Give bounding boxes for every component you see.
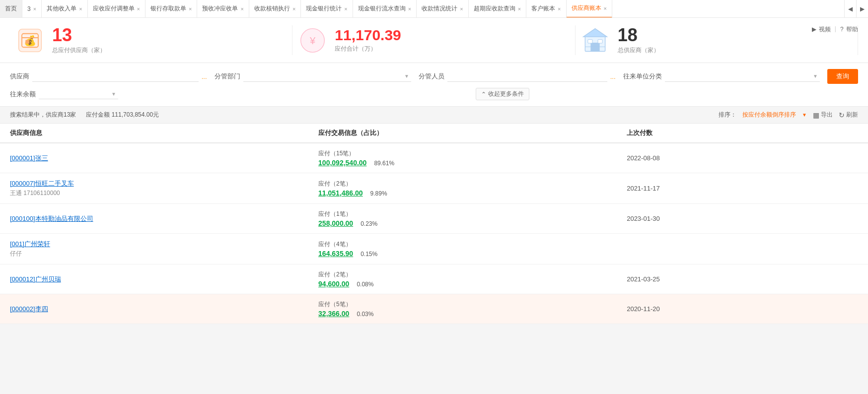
table-body: [000001]张三 应付（15笔） 100,092,540.00 89.61%…	[0, 143, 868, 324]
transaction-amount-1[interactable]: 11,051,486.00	[318, 189, 363, 197]
supplier-cell-1: [000007]恒旺二手叉车 王通 17106110000	[10, 179, 318, 197]
transaction-amount-3[interactable]: 164,635.90	[318, 250, 353, 258]
supplier-link-1[interactable]: [000007]恒旺二手叉车	[10, 180, 74, 187]
refresh-button[interactable]: ↻ 刷新	[839, 111, 858, 119]
transaction-amount-4[interactable]: 94,600.00	[318, 280, 349, 288]
nav-tab-prepay[interactable]: 预收冲应收单 ×	[197, 0, 249, 18]
amount-icon: ¥	[297, 25, 327, 55]
close-icon[interactable]: ×	[189, 6, 192, 12]
col-header-lastpay: 上次付数	[627, 129, 858, 137]
svg-rect-10	[588, 39, 592, 43]
supplier-link-2[interactable]: [000100]本特勤油品有限公司	[10, 215, 93, 222]
nav-tab-supplier-acct[interactable]: 供应商账本 ×	[567, 0, 612, 18]
transaction-pct-0: 89.61%	[374, 160, 394, 167]
nav-tab-ap-adjust[interactable]: 应收应付调整单 ×	[88, 0, 145, 18]
supplier-link-4[interactable]: [000012]广州贝瑞	[10, 275, 61, 283]
filter-category: 往来单位分类 ▼	[623, 71, 820, 82]
table-row: [000001]张三 应付（15笔） 100,092,540.00 89.61%…	[0, 143, 868, 173]
table-header: 供应商信息 应付交易信息（占比） 上次付数	[0, 124, 868, 143]
category-chevron-icon: ▼	[813, 73, 818, 79]
close-icon[interactable]: ×	[344, 6, 347, 12]
supplier-sub-1: 王通 17106110000	[10, 189, 318, 197]
total-suppliers-label: 总供应商（家）	[618, 46, 659, 55]
transaction-amount-5[interactable]: 32,366.00	[318, 310, 349, 318]
transaction-amount-0[interactable]: 100,092,540.00	[318, 159, 366, 167]
transaction-pct-3: 0.15%	[361, 251, 377, 258]
chevron-up-icon: ⌃	[481, 91, 486, 98]
total-ap-suppliers-label: 总应付供应商（家）	[52, 46, 106, 55]
supplier-input[interactable]	[32, 71, 199, 82]
sort-value-button[interactable]: 按应付余额倒序排序	[742, 111, 796, 119]
export-icon: ▦	[813, 111, 819, 119]
dept-select[interactable]	[243, 71, 412, 81]
last-pay-date-5: 2020-11-20	[627, 305, 660, 313]
supplier-cell-4: [000012]广州贝瑞	[10, 275, 318, 284]
transaction-row-4: 94,600.00 0.08%	[318, 280, 627, 288]
dept-filter-label: 分管部门	[215, 72, 240, 81]
transaction-amount-2[interactable]: 258,000.00	[318, 219, 353, 227]
balance-select[interactable]: 正余额 负余额	[39, 89, 118, 99]
search-button[interactable]: 查询	[827, 69, 858, 84]
table-row: [000100]本特勤油品有限公司 应付（1笔） 258,000.00 0.23…	[0, 204, 868, 234]
transaction-pct-1: 9.89%	[370, 190, 387, 197]
nav-tab-customer-acct[interactable]: 客户账本 ×	[526, 0, 566, 18]
help-link[interactable]: ? 帮助	[840, 25, 858, 34]
close-icon[interactable]: ×	[460, 6, 463, 12]
close-icon[interactable]: ×	[137, 6, 140, 12]
transaction-row-2: 258,000.00 0.23%	[318, 219, 627, 227]
lastpay-cell-2: 2023-01-30	[627, 215, 858, 222]
close-icon[interactable]: ×	[518, 6, 521, 12]
video-link[interactable]: ▶ 视频	[812, 25, 831, 34]
last-pay-date-2: 2023-01-30	[627, 215, 660, 222]
nav-tab-cash-bank-stat[interactable]: 现金银行统计 ×	[301, 0, 353, 18]
table-row: [000002]李四 应付（5笔） 32,366.00 0.03% 2020-1…	[0, 294, 868, 324]
supplier-link-0[interactable]: [000001]张三	[10, 154, 48, 162]
balance-filter-label: 往来余额	[10, 90, 36, 99]
balance-select-wrapper: 正余额 负余额 ▼	[39, 89, 118, 99]
supplier-ellipsis-button[interactable]: ...	[202, 73, 207, 80]
summary-card-amount: ¥ 11,170.39 应付合计（万）	[292, 25, 575, 55]
last-pay-date-0: 2022-08-08	[627, 154, 660, 162]
category-select-wrapper: ▼	[665, 71, 820, 82]
nav-tab-receivable-exec[interactable]: 收款核销执行 ×	[249, 0, 301, 18]
svg-marker-8	[583, 28, 607, 36]
transaction-cell-1: 应付（2笔） 11,051,486.00 9.89%	[318, 180, 627, 197]
nav-tab-overdue-query[interactable]: 超期应收款查询 ×	[469, 0, 526, 18]
nav-tab-3[interactable]: 3 ×	[22, 0, 42, 18]
nav-tab-bank-deposit[interactable]: 银行存取款单 ×	[145, 0, 197, 18]
nav-next-button[interactable]: ▶	[856, 0, 868, 18]
transaction-label-3: 应付（4笔）	[318, 240, 627, 249]
supplier-link-5[interactable]: [000002]李四	[10, 305, 48, 313]
close-icon[interactable]: ×	[408, 6, 411, 12]
category-select[interactable]	[665, 71, 820, 81]
total-suppliers-number: 18	[618, 26, 659, 44]
filter-row-2: 往来余额 正余额 负余额 ▼ ⌃ 收起更多条件	[10, 88, 858, 100]
close-icon[interactable]: ×	[292, 6, 295, 12]
close-icon[interactable]: ×	[33, 6, 36, 12]
export-button[interactable]: ▦ 导出	[813, 111, 833, 119]
close-icon[interactable]: ×	[604, 5, 607, 11]
results-suppliers-count: 搜索结果中，供应商13家	[10, 111, 76, 119]
transaction-pct-4: 0.08%	[357, 281, 373, 288]
transaction-label-1: 应付（2笔）	[318, 180, 627, 188]
person-input[interactable]	[447, 71, 607, 82]
lastpay-cell-1: 2021-11-17	[627, 185, 858, 192]
close-icon[interactable]: ×	[558, 6, 561, 12]
person-ellipsis-button[interactable]: ...	[610, 73, 616, 80]
nav-tab-other-income[interactable]: 其他收入单 ×	[42, 0, 87, 18]
nav-tab-receivable-stat[interactable]: 收款情况统计 ×	[417, 0, 468, 18]
table-row: [000012]广州贝瑞 应付（2笔） 94,600.00 0.08% 2021…	[0, 264, 868, 294]
supplier-link-3[interactable]: [001]广州荣轩	[10, 240, 50, 248]
nav-tab-home[interactable]: 首页	[0, 0, 22, 18]
close-icon[interactable]: ×	[240, 6, 243, 12]
nav-tab-cash-bank-flow[interactable]: 现金银行流水查询 ×	[353, 0, 417, 18]
results-bar: 搜索结果中，供应商13家 应付金额 111,703,854.00元 排序： 按应…	[0, 107, 868, 124]
collapse-button[interactable]: ⌃ 收起更多条件	[476, 88, 529, 100]
store-icon	[580, 25, 610, 55]
transaction-row-3: 164,635.90 0.15%	[318, 250, 627, 258]
supplier-cell-2: [000100]本特勤油品有限公司	[10, 214, 318, 223]
close-icon[interactable]: ×	[79, 6, 82, 12]
transaction-label-0: 应付（15笔）	[318, 149, 627, 158]
balance-chevron-icon: ▼	[111, 91, 116, 97]
nav-prev-button[interactable]: ◀	[844, 0, 856, 18]
